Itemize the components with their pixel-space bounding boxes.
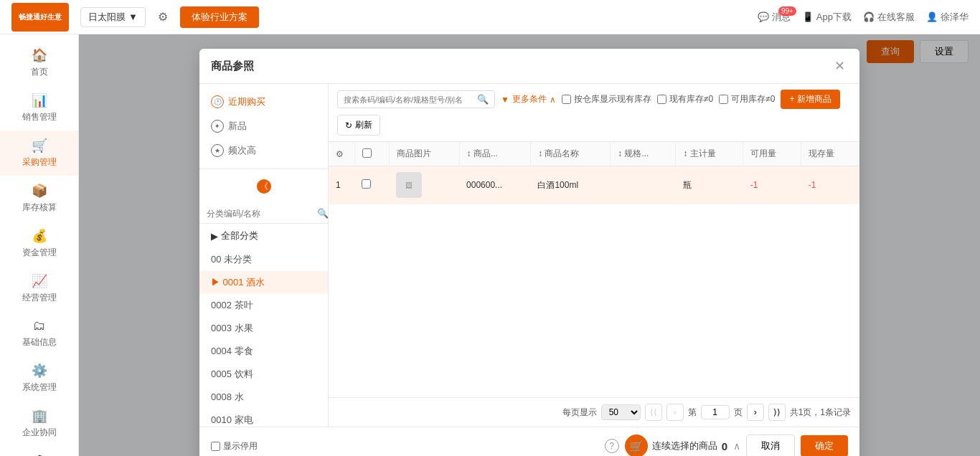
help-icon[interactable]: ? (605, 439, 619, 453)
table-settings-icon[interactable]: ⚙ (336, 149, 344, 159)
cart-section: 🛒 连续选择的商品 0 (625, 434, 727, 456)
col-settings[interactable]: ⚙ (329, 142, 354, 166)
settings-icon[interactable]: ⚙ (151, 6, 174, 29)
check-available-nonzero-input[interactable] (719, 95, 728, 104)
next-page-button[interactable]: › (747, 404, 764, 421)
cat-item-water[interactable]: 0008 水 (199, 386, 328, 409)
first-page-button[interactable]: ⟨⟨ (645, 404, 662, 421)
product-toolbar: 🔍 ▼ 更多条件 ∧ 按仓库显示现有库存 (329, 84, 859, 142)
collapse-button[interactable]: 《 (257, 179, 271, 194)
tab-high-frequency[interactable]: ★ 频次高 (199, 138, 328, 163)
row-available: -1 (743, 166, 801, 204)
category-panel: 🕐 近期购买 ✦ 新品 ★ 频次高 (199, 84, 329, 427)
cat-item-uncategorized[interactable]: 00 未分类 (199, 248, 328, 271)
row-name: 白酒100ml (530, 166, 610, 204)
navbar: 畅捷通好生意 日太阳膜 ▼ ⚙ 体验行业方案 💬 消息 99+ 📱 App下载 … (0, 0, 980, 34)
product-search-icon[interactable]: 🔍 (477, 94, 489, 105)
check-warehouse-label[interactable]: 按仓库显示现有库存 (562, 93, 651, 105)
show-disabled-checkbox[interactable] (211, 442, 220, 451)
sidebar-item-enterprise[interactable]: 🏢 企业协同 (0, 401, 78, 446)
col-spec-header[interactable]: ↕ 规格... (610, 142, 675, 166)
prev-page-button[interactable]: ‹ (666, 404, 684, 421)
sidebar-item-finance[interactable]: 💰 资金管理 (0, 221, 78, 266)
modal-title: 商品参照 (211, 60, 254, 73)
sidebar: 🏠 首页 📊 销售管理 🛒 采购管理 📦 库存核算 💰 资金管理 📈 经营管理 … (0, 34, 79, 456)
sidebar-item-guide[interactable]: 🎓 新手引导 (0, 446, 78, 456)
cat-all-arrow: ▶ (211, 231, 218, 242)
experience-button[interactable]: 体验行业方案 (180, 6, 259, 28)
company-dropdown[interactable]: 日太阳膜 ▼ (80, 7, 146, 27)
table-row[interactable]: 1 🖼 (329, 166, 859, 204)
sidebar-item-system[interactable]: ⚙️ 系统管理 (0, 356, 78, 401)
check-nonzero-label[interactable]: 现有库存≠0 (657, 93, 713, 105)
message-icon: 💬 (758, 11, 769, 22)
enterprise-icon: 🏢 (32, 408, 47, 424)
tab-new-products[interactable]: ✦ 新品 (199, 114, 328, 138)
cat-item-alcohol[interactable]: ▶ 0001 酒水 (199, 271, 328, 294)
page-size-select[interactable]: 50 20 100 (601, 404, 641, 420)
collapse-up-icon[interactable]: ∧ (733, 440, 740, 452)
sidebar-item-sales[interactable]: 📊 销售管理 (0, 85, 78, 130)
col-name-header[interactable]: ↕ 商品名称 (530, 142, 610, 166)
row-unit: 瓶 (676, 166, 743, 204)
col-code-header[interactable]: ↕ 商品... (459, 142, 530, 166)
sidebar-item-basic-info[interactable]: 🗂 基础信息 (0, 311, 78, 356)
check-warehouse-input[interactable] (562, 95, 571, 104)
modal-body: 🕐 近期购买 ✦ 新品 ★ 频次高 (199, 84, 859, 427)
cat-item-snack[interactable]: 0004 零食 (199, 340, 328, 363)
filter-icon: ▼ (501, 95, 509, 105)
messages-button[interactable]: 💬 消息 99+ (758, 11, 791, 24)
row-select-checkbox[interactable] (362, 179, 371, 189)
category-search-icon[interactable]: 🔍 (317, 208, 329, 219)
close-icon[interactable]: ✕ (831, 57, 848, 75)
row-code: 000600... (459, 166, 530, 204)
guide-icon: 🎓 (32, 453, 47, 456)
sidebar-item-home[interactable]: 🏠 首页 (0, 40, 78, 85)
cat-all-header[interactable]: ▶ 全部分类 (199, 224, 328, 248)
purchase-icon: 🛒 (32, 138, 47, 153)
cat-item-beverage[interactable]: 0005 饮料 (199, 363, 328, 386)
select-all-checkbox[interactable] (362, 148, 372, 158)
product-search-input[interactable] (344, 95, 474, 104)
finance-icon: 💰 (32, 228, 47, 244)
modal-header: 商品参照 ✕ (199, 49, 859, 84)
cat-item-appliance[interactable]: 0010 家电 (199, 409, 328, 427)
col-checkbox (354, 142, 389, 166)
product-search-box: 🔍 (337, 90, 495, 108)
show-disabled-label[interactable]: 显示停用 (211, 440, 258, 452)
online-service-button[interactable]: 🎧 在线客服 (863, 11, 915, 24)
row-checkbox[interactable] (354, 166, 389, 204)
add-product-button[interactable]: + 新增商品 (781, 90, 839, 109)
modal-footer: 显示停用 ? 🛒 连续选择的商品 0 ∧ 取消 确定 (199, 427, 859, 456)
home-icon: 🏠 (32, 47, 47, 63)
cart-icon[interactable]: 🛒 (625, 434, 648, 456)
cat-item-fruit[interactable]: 0003 水果 (199, 317, 328, 340)
basic-info-icon: 🗂 (33, 318, 46, 333)
page-number-input[interactable] (701, 405, 730, 419)
footer-right: ? 🛒 连续选择的商品 0 ∧ 取消 确定 (605, 434, 848, 456)
user-menu[interactable]: 👤 徐泽华 (926, 11, 969, 24)
last-page-button[interactable]: ⟩⟩ (768, 404, 786, 421)
sidebar-item-operations[interactable]: 📈 经营管理 (0, 266, 78, 311)
row-index: 1 (329, 166, 354, 204)
new-icon: ✦ (211, 120, 224, 133)
content-area: 查询 设置 商品参照 ✕ 🕐 (79, 34, 980, 456)
product-table-container: ⚙ 商品图片 ↕ 商品... (329, 142, 859, 397)
sidebar-item-inventory[interactable]: 📦 库存核算 (0, 176, 78, 221)
col-unit-header[interactable]: ↕ 主计量 (676, 142, 743, 166)
col-stock-header: 现存量 (801, 142, 859, 166)
cancel-button[interactable]: 取消 (746, 434, 795, 456)
confirm-button[interactable]: 确定 (801, 435, 848, 456)
sidebar-item-purchase[interactable]: 🛒 采购管理 (0, 130, 78, 176)
category-search-input[interactable] (207, 209, 314, 219)
refresh-button[interactable]: ↻ 刷新 (337, 115, 380, 136)
total-info: 共1页，1条记录 (790, 407, 851, 419)
check-available-nonzero-label[interactable]: 可用库存≠0 (719, 93, 775, 105)
more-filter-button[interactable]: ▼ 更多条件 ∧ (501, 93, 556, 105)
cat-item-tea[interactable]: 0002 茶叶 (199, 294, 328, 317)
refresh-icon: ↻ (345, 120, 352, 130)
tab-recent-purchase[interactable]: 🕐 近期购买 (199, 90, 328, 114)
check-nonzero-input[interactable] (657, 95, 666, 104)
freq-icon: ★ (211, 144, 224, 157)
app-download-button[interactable]: 📱 App下载 (802, 11, 852, 24)
